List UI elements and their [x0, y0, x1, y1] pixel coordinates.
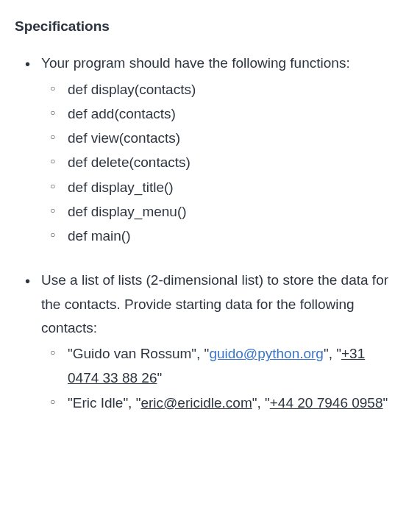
- spec-item-data-text: Use a list of lists (2-dimensional list)…: [41, 272, 388, 335]
- function-label: def delete(contacts): [68, 154, 191, 170]
- contact-prefix: "Guido van Rossum", ": [68, 346, 209, 361]
- function-item: def display_title(): [68, 175, 399, 199]
- spec-item-functions-text: Your program should have the following f…: [41, 55, 350, 71]
- function-label: def main(): [68, 228, 131, 244]
- spec-list: Your program should have the following f…: [15, 52, 399, 415]
- specifications-heading: Specifications: [15, 15, 399, 38]
- contact-email-link[interactable]: guido@python.org: [209, 346, 324, 361]
- function-label: def add(contacts): [68, 106, 176, 121]
- function-item: def display_menu(): [68, 199, 399, 224]
- spec-item-data: Use a list of lists (2-dimensional list)…: [41, 269, 399, 415]
- function-item: def add(contacts): [68, 102, 399, 126]
- contact-suffix: ": [383, 395, 388, 411]
- function-label: def view(contacts): [68, 130, 180, 146]
- contact-item: "Eric Idle", "eric@ericidle.com", "+44 2…: [68, 391, 399, 415]
- function-label: def display_menu(): [68, 204, 187, 219]
- contact-item: "Guido van Rossum", "guido@python.org", …: [68, 341, 399, 391]
- function-item: def view(contacts): [68, 126, 399, 150]
- function-item: def delete(contacts): [68, 150, 399, 174]
- function-label: def display(contacts): [68, 82, 196, 97]
- functions-list: def display(contacts) def add(contacts) …: [41, 77, 399, 249]
- spec-item-functions: Your program should have the following f…: [41, 52, 399, 248]
- function-item: def main(): [68, 224, 399, 248]
- contact-email-link[interactable]: eric@ericidle.com: [140, 395, 252, 411]
- contact-mid: ", ": [252, 395, 270, 411]
- function-item: def display(contacts): [68, 77, 399, 102]
- contact-mid: ", ": [324, 346, 341, 361]
- contacts-list: "Guido van Rossum", "guido@python.org", …: [41, 341, 399, 415]
- contact-suffix: ": [157, 370, 163, 386]
- contact-phone-link[interactable]: +44 20 7946 0958: [270, 395, 383, 411]
- function-label: def display_title(): [68, 180, 174, 195]
- contact-prefix: "Eric Idle", ": [68, 395, 140, 411]
